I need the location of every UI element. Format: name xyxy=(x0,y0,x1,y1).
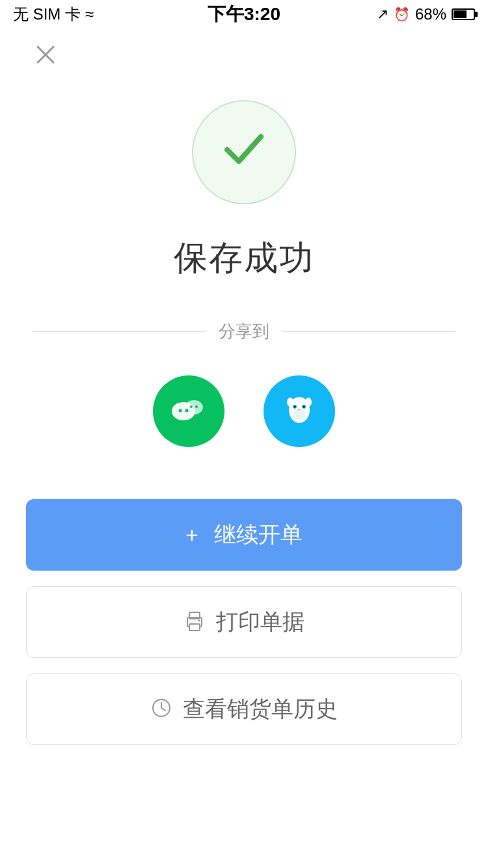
svg-point-12 xyxy=(303,406,305,408)
wechat-share-button[interactable] xyxy=(153,375,224,447)
svg-point-5 xyxy=(185,409,189,413)
share-label: 分享到 xyxy=(206,320,282,343)
svg-point-16 xyxy=(305,398,312,407)
success-circle xyxy=(192,100,296,204)
battery-text: 68% xyxy=(415,5,446,23)
clock-icon xyxy=(150,697,172,722)
location-icon: ↗ xyxy=(377,6,388,23)
svg-point-20 xyxy=(198,619,200,621)
history-label: 查看销货单历史 xyxy=(183,694,338,724)
status-time: 下午3:20 xyxy=(208,2,280,27)
svg-point-6 xyxy=(190,405,193,408)
status-right: ↗ ⏰ 68% xyxy=(377,5,475,23)
svg-rect-18 xyxy=(189,624,200,631)
svg-point-4 xyxy=(179,409,182,413)
svg-point-3 xyxy=(185,400,203,414)
continue-button[interactable]: +继续开单 xyxy=(26,499,462,571)
svg-point-14 xyxy=(293,410,306,420)
plus-icon: + xyxy=(185,522,198,548)
check-icon xyxy=(218,122,270,183)
svg-point-7 xyxy=(195,405,198,408)
print-label: 打印单据 xyxy=(216,607,305,637)
action-buttons: +继续开单 打印单据 查看销货单历史 xyxy=(0,499,488,745)
svg-line-23 xyxy=(161,708,165,711)
share-divider: 分享到 xyxy=(0,320,488,343)
success-title: 保存成功 xyxy=(174,236,314,281)
battery-icon xyxy=(452,8,475,20)
status-left: 无 SIM 卡 ≈ xyxy=(13,4,94,25)
printer-icon xyxy=(183,610,206,635)
alarm-icon: ⏰ xyxy=(394,7,410,22)
main-content: 保存成功 分享到 xyxy=(0,29,488,745)
print-button[interactable]: 打印单据 xyxy=(26,586,462,658)
close-button[interactable] xyxy=(26,35,65,74)
share-icons xyxy=(153,375,335,447)
svg-point-15 xyxy=(287,398,293,407)
continue-label: 继续开单 xyxy=(214,520,303,550)
history-button[interactable]: 查看销货单历史 xyxy=(26,673,462,745)
svg-point-11 xyxy=(294,406,296,408)
status-bar: 无 SIM 卡 ≈ 下午3:20 ↗ ⏰ 68% xyxy=(0,0,488,29)
qq-share-button[interactable] xyxy=(264,375,335,447)
no-sim-text: 无 SIM 卡 ≈ xyxy=(13,4,94,25)
